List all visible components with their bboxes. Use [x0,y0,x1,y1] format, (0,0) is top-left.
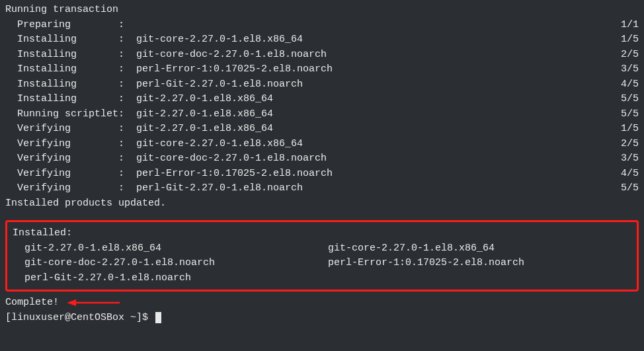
progress-count: 4/5 [621,77,639,93]
installed-header: Installed: [13,226,631,241]
action-label: Installing : [17,92,136,107]
package-name: git-core-doc-2.27.0-1.el8.noarch [136,151,621,167]
progress-count: 1/5 [621,32,639,48]
transaction-row: Verifying : git-core-2.27.0-1.el8.x86_64… [5,137,639,152]
transaction-header: Running transaction [5,3,639,18]
installed-pkg [328,271,631,286]
progress-count: 5/5 [621,107,639,122]
transaction-row: Installing : git-core-2.27.0-1.el8.x86_6… [5,32,639,48]
package-name: perl-Git-2.27.0-1.el8.noarch [136,181,621,196]
action-label: Running scriptlet: [17,107,136,122]
installed-pkg: perl-Git-2.27.0-1.el8.noarch [13,271,328,286]
prompt-text: [linuxuser@CentOSBox ~]$ [5,311,154,326]
progress-count: 2/5 [621,48,639,63]
transaction-row: Installing : perl-Git-2.27.0-1.el8.noarc… [5,77,639,93]
products-updated: Installed products updated. [5,196,639,212]
package-name: git-2.27.0-1.el8.x86_64 [136,107,621,122]
progress-count: 1/5 [621,122,639,137]
shell-prompt[interactable]: [linuxuser@CentOSBox ~]$ [5,311,639,326]
package-name: perl-Error-1:0.17025-2.el8.noarch [136,62,621,77]
transaction-row: Installing : git-core-doc-2.27.0-1.el8.n… [5,48,639,63]
action-label: Verifying : [17,122,136,137]
package-name: git-core-2.27.0-1.el8.x86_64 [136,137,621,152]
package-name [136,18,621,33]
package-name: git-2.27.0-1.el8.x86_64 [136,92,621,107]
action-label: Verifying : [17,137,136,152]
progress-count: 1/1 [621,18,639,33]
action-label: Verifying : [17,167,136,182]
transaction-row: Installing : git-2.27.0-1.el8.x86_645/5 [5,92,639,107]
package-name: perl-Git-2.27.0-1.el8.noarch [136,77,621,93]
installed-pkg: git-core-2.27.0-1.el8.x86_64 [328,241,631,256]
action-label: Installing : [17,77,136,93]
progress-count: 2/5 [621,137,639,152]
action-label: Verifying : [17,151,136,167]
transaction-row: Running scriptlet: git-2.27.0-1.el8.x86_… [5,107,639,122]
transaction-row: Installing : perl-Error-1:0.17025-2.el8.… [5,62,639,77]
action-label: Installing : [17,32,136,48]
transaction-row: Verifying : perl-Error-1:0.17025-2.el8.n… [5,167,639,182]
transaction-row: Verifying : perl-Git-2.27.0-1.el8.noarch… [5,181,639,196]
complete-label: Complete! [5,295,59,311]
progress-count: 3/5 [621,151,639,167]
transaction-rows: Preparing : 1/1Installing : git-core-2.2… [5,18,639,196]
annotation-arrow-icon [67,298,120,307]
action-label: Preparing : [17,18,136,33]
progress-count: 5/5 [621,181,639,196]
transaction-row: Verifying : git-core-doc-2.27.0-1.el8.no… [5,151,639,167]
installed-pkg: git-2.27.0-1.el8.x86_64 [13,241,328,256]
action-label: Installing : [17,48,136,63]
progress-count: 5/5 [621,92,639,107]
progress-count: 4/5 [621,167,639,182]
transaction-row: Preparing : 1/1 [5,18,639,33]
package-name: git-2.27.0-1.el8.x86_64 [136,122,621,137]
progress-count: 3/5 [621,62,639,77]
installed-pkg: git-core-doc-2.27.0-1.el8.noarch [13,256,328,271]
cursor-icon [155,312,161,323]
svg-marker-1 [67,299,76,306]
action-label: Verifying : [17,181,136,196]
package-name: git-core-doc-2.27.0-1.el8.noarch [136,48,621,63]
action-label: Installing : [17,62,136,77]
package-name: perl-Error-1:0.17025-2.el8.noarch [136,167,621,182]
transaction-row: Verifying : git-2.27.0-1.el8.x86_641/5 [5,122,639,137]
installed-box: Installed: git-2.27.0-1.el8.x86_64 git-c… [5,220,639,292]
package-name: git-core-2.27.0-1.el8.x86_64 [136,32,621,48]
installed-pkg: perl-Error-1:0.17025-2.el8.noarch [328,256,631,271]
